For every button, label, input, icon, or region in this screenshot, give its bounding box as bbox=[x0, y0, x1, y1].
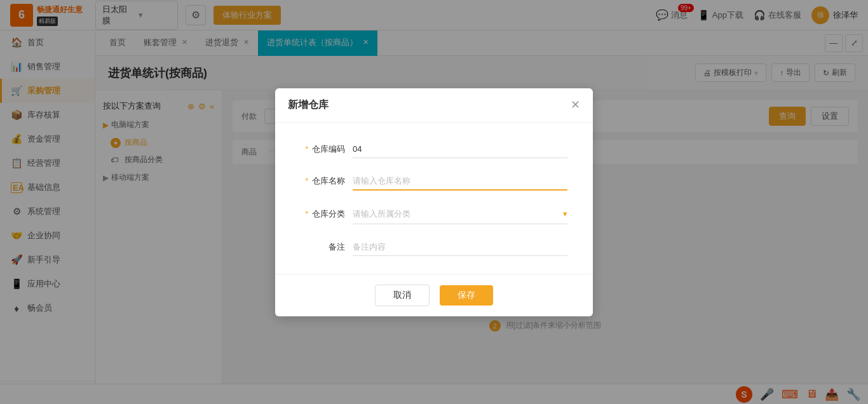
modal-footer: 取消 保存 bbox=[275, 274, 593, 316]
category-chevron-icon: ▾ bbox=[563, 209, 567, 219]
modal-title: 新增仓库 bbox=[288, 98, 329, 112]
warehouse-code-row: * 仓库编码 bbox=[301, 140, 567, 158]
modal-header: 新增仓库 ✕ bbox=[275, 88, 593, 123]
cancel-button[interactable]: 取消 bbox=[375, 285, 430, 306]
warehouse-code-label: * 仓库编码 bbox=[301, 144, 345, 155]
warehouse-name-label: * 仓库名称 bbox=[301, 175, 345, 187]
add-warehouse-modal: 新增仓库 ✕ * 仓库编码 * 仓库名称 bbox=[275, 88, 593, 316]
modal-close-button[interactable]: ✕ bbox=[571, 99, 580, 111]
warehouse-remark-label: 备注 bbox=[301, 241, 345, 253]
warehouse-remark-row: 备注 bbox=[301, 238, 567, 256]
modal-body: * 仓库编码 * 仓库名称 * 仓库分类 请输入 bbox=[275, 123, 593, 274]
warehouse-category-label: * 仓库分类 bbox=[301, 208, 345, 220]
warehouse-category-select[interactable]: 请输入所属分类 ▾ bbox=[353, 205, 567, 224]
warehouse-name-row: * 仓库名称 bbox=[301, 172, 567, 191]
warehouse-name-input[interactable] bbox=[353, 172, 567, 191]
warehouse-remark-input[interactable] bbox=[353, 238, 567, 256]
warehouse-category-row: * 仓库分类 请输入所属分类 ▾ bbox=[301, 205, 567, 224]
warehouse-code-input[interactable] bbox=[353, 140, 567, 158]
save-button[interactable]: 保存 bbox=[440, 285, 493, 306]
modal-overlay: 新增仓库 ✕ * 仓库编码 * 仓库名称 bbox=[0, 0, 868, 404]
